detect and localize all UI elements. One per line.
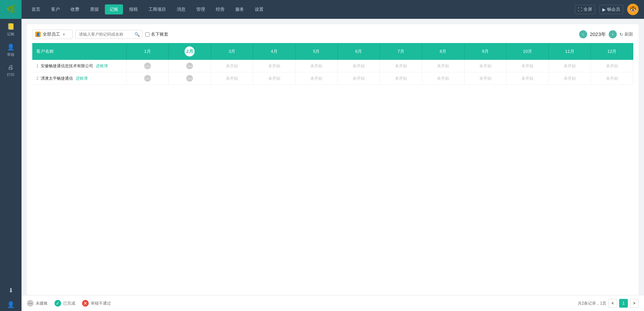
year-prev-button[interactable]: ‹	[579, 30, 587, 38]
month-cell-row2-col3: 未开始	[211, 72, 253, 85]
not-started-label: 未开始	[226, 76, 238, 81]
search-icon[interactable]: 🔍	[134, 32, 140, 37]
th-jun: 6月	[337, 43, 380, 60]
legend-not-built: — 未建账	[27, 300, 48, 307]
not-started-label: 未开始	[564, 76, 576, 81]
sidebar-item-bookkeeping-label: 记账	[7, 32, 14, 37]
not-started-label: 未开始	[268, 64, 280, 68]
fullscreen-button[interactable]: ⛶ 全屏	[575, 5, 595, 14]
page-1-button[interactable]: 1	[619, 299, 628, 308]
total-info: 共2条记录，1页	[578, 301, 606, 306]
nav-home[interactable]: 首页	[27, 4, 45, 14]
page-next-button[interactable]: >	[630, 299, 639, 308]
not-started-label: 未开始	[226, 64, 238, 68]
booking-table: 客户名称 1月 2月 3月 4月	[32, 43, 633, 85]
month-cell-row1-col7: 未开始	[380, 60, 422, 72]
not-started-label: 未开始	[353, 76, 365, 81]
topnav-right: ⛶ 全屏 ▶ 畅会员 🐯	[575, 4, 639, 15]
active-month-circle: 2月	[185, 46, 195, 56]
month-cell-row2-col2: —	[169, 72, 211, 85]
th-feb: 2月	[169, 43, 211, 60]
checkbox-input[interactable]	[145, 32, 150, 37]
not-started-label: 未开始	[310, 76, 322, 81]
completed-icon: ✓	[54, 300, 61, 307]
sidebar-item-audit[interactable]: 👤 审核	[0, 39, 22, 60]
month-cell-row2-col12: 未开始	[591, 72, 633, 85]
client-name-2: 漯澳太平畅捷通信	[41, 76, 73, 81]
member-play-icon: ▶	[602, 7, 606, 12]
member-button[interactable]: ▶ 畅会员	[599, 5, 623, 14]
completed-label: 已完成	[63, 301, 75, 306]
nav-message[interactable]: 消息	[172, 4, 190, 14]
nav-management[interactable]: 管理	[192, 4, 210, 14]
avatar[interactable]: 🐯	[627, 4, 639, 15]
nav-service[interactable]: 服务	[231, 4, 249, 14]
th-nov: 11月	[549, 43, 591, 60]
bookkeeping-icon: 📒	[7, 23, 14, 30]
nav-tax[interactable]: 报税	[124, 4, 143, 14]
client-cell-2: 2漯澳太平畅捷通信进账簿	[32, 72, 126, 85]
search-input[interactable]	[75, 30, 143, 39]
not-started-label: 未开始	[353, 64, 365, 68]
checkbox-label[interactable]: 名下账套	[145, 31, 168, 37]
logo: 🌿	[0, 0, 22, 19]
month-cell-row1-col3: 未开始	[211, 60, 253, 72]
employee-select[interactable]: 👤 全部员工 ▼	[32, 30, 73, 39]
not-started-label: 未开始	[437, 76, 449, 81]
nav-bookkeeping[interactable]: 记账	[105, 4, 123, 14]
th-sep: 9月	[464, 43, 507, 60]
sidebar-item-print[interactable]: 🖨 打印	[0, 60, 22, 80]
dash-icon: —	[186, 75, 193, 82]
footer: — 未建账 ✓ 已完成 ✕ 审核不通过 共2条记录，1页 < 1 >	[22, 295, 644, 311]
month-cell-row2-col7: 未开始	[380, 72, 422, 85]
nav-billing[interactable]: 收费	[66, 4, 84, 14]
not-started-label: 未开始	[564, 64, 576, 68]
table-body: 1安徽畅捷通信息技术有限公司进账簿——未开始未开始未开始未开始未开始未开始未开始…	[32, 60, 633, 85]
content: 👤 全部员工 ▼ 🔍 名下账套 ‹ 2023年 ›	[22, 19, 644, 295]
th-oct: 10月	[507, 43, 549, 60]
enter-link-1[interactable]: 进账簿	[96, 64, 108, 68]
client-cell-1: 1安徽畅捷通信息技术有限公司进账簿	[32, 60, 126, 72]
rejected-icon: ✕	[82, 300, 89, 307]
refresh-button[interactable]: ↻ 刷新	[619, 31, 633, 37]
nav-client[interactable]: 客户	[46, 4, 65, 14]
enter-link-2[interactable]: 进账簿	[76, 76, 88, 81]
nav-settings[interactable]: 设置	[250, 4, 268, 14]
nav-operation[interactable]: 经营	[211, 4, 229, 14]
not-started-label: 未开始	[521, 76, 533, 81]
print-icon: 🖨	[8, 64, 14, 71]
toolbar: 👤 全部员工 ▼ 🔍 名下账套 ‹ 2023年 ›	[32, 30, 633, 39]
employee-label: 全部员工	[43, 31, 60, 37]
row-index-2: 2	[36, 76, 39, 81]
legend-completed: ✓ 已完成	[54, 300, 75, 307]
sidebar-item-user-bottom[interactable]: 👤	[0, 297, 22, 311]
client-name-1: 安徽畅捷通信息技术有限公司	[41, 64, 93, 68]
th-dec: 12月	[591, 43, 633, 60]
month-cell-row1-col4: 未开始	[253, 60, 295, 72]
month-cell-row2-col9: 未开始	[464, 72, 507, 85]
sidebar-item-bookkeeping[interactable]: 📒 记账	[0, 19, 22, 39]
download-icon: ⬇	[8, 287, 13, 294]
month-cell-row1-col6: 未开始	[337, 60, 380, 72]
legend-rejected: ✕ 审核不通过	[82, 300, 111, 307]
table-row: 2漯澳太平畅捷通信进账簿——未开始未开始未开始未开始未开始未开始未开始未开始未开…	[32, 72, 633, 85]
month-cell-row2-col5: 未开始	[295, 72, 338, 85]
month-cell-row1-col11: 未开始	[549, 60, 591, 72]
month-cell-row1-col12: 未开始	[591, 60, 633, 72]
page-prev-button[interactable]: <	[608, 299, 617, 308]
month-cell-row2-col1: —	[126, 72, 169, 85]
refresh-label: 刷新	[625, 31, 633, 37]
nav-business[interactable]: 工商项目	[144, 4, 171, 14]
sidebar-item-print-label: 打印	[7, 72, 14, 77]
month-cell-row2-col10: 未开始	[507, 72, 549, 85]
nav-invoice[interactable]: 票据	[85, 4, 104, 14]
table-header-row: 客户名称 1月 2月 3月 4月	[32, 43, 633, 60]
not-started-label: 未开始	[479, 76, 491, 81]
member-label: 畅会员	[607, 6, 620, 12]
user-icon: 👤	[7, 301, 14, 308]
month-cell-row2-col6: 未开始	[337, 72, 380, 85]
th-apr: 4月	[253, 43, 295, 60]
year-next-button[interactable]: ›	[609, 30, 617, 38]
sidebar-item-download[interactable]: ⬇	[0, 283, 22, 297]
th-jan: 1月	[126, 43, 169, 60]
